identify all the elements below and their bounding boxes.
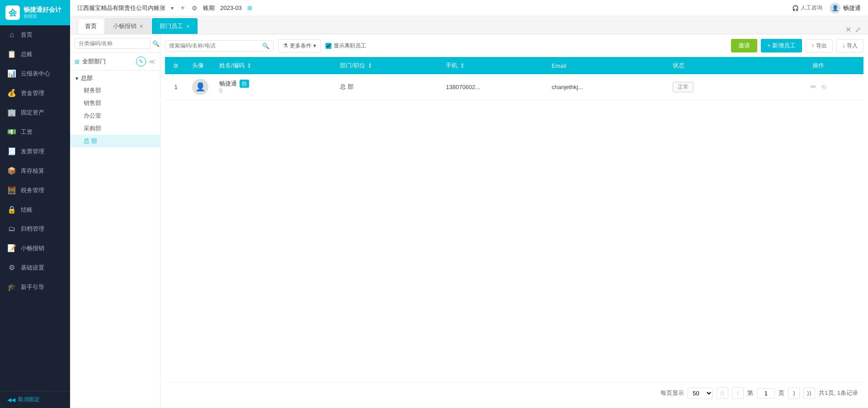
close-tab-icon[interactable]: ✕ (845, 25, 851, 34)
dept-collapse-icon[interactable]: ≪ (149, 58, 156, 65)
tabbar-actions: ✕ ⤢ (845, 25, 861, 34)
col-action: 操作 (773, 57, 863, 74)
page-unit: 页 (778, 389, 784, 397)
employee-table-wrap: ⚙ 头像 姓名/编码 ▲▼ 部门/职位 (165, 57, 863, 382)
logout-employee-button[interactable]: ⎋ (822, 83, 826, 90)
export-button[interactable]: ↑ 导出 (806, 39, 833, 52)
page-prev-button[interactable]: ⟨ (732, 387, 744, 399)
sidebar-item-ledger[interactable]: 📋总账 (0, 44, 70, 64)
period-label: 账期 (203, 4, 215, 12)
tab-employees-close[interactable]: ✕ (186, 24, 190, 29)
tab-expense[interactable]: 小畅报销 ✕ (105, 18, 151, 34)
invite-button[interactable]: 邀请 (731, 39, 757, 52)
archive-icon: 🗂 (7, 225, 16, 233)
sidebar-item-payroll[interactable]: 💵工资 (0, 122, 70, 142)
tabbar: 首页 小畅报销 ✕ 部门员工 ✕ ✕ ⤢ (70, 16, 868, 34)
filter-more-button[interactable]: ⚗ 更多条件 ▾ (278, 39, 321, 52)
page-total: 共1页, 1条记录 (819, 389, 858, 397)
dept-child-purchase[interactable]: 采购部 (70, 122, 160, 135)
page-input[interactable] (757, 388, 775, 399)
sidebar-item-funds[interactable]: 💰资金管理 (0, 83, 70, 103)
col-name[interactable]: 姓名/编码 ▲▼ (214, 57, 335, 74)
dept-group-arrow: ▼ (75, 76, 79, 81)
invoice-icon: 🧾 (7, 147, 16, 156)
user-menu[interactable]: 👤 畅捷通 (830, 3, 861, 14)
sidebar-item-settings[interactable]: ⚙基础设置 (0, 258, 70, 277)
payroll-icon: 💵 (7, 128, 16, 136)
headset-icon: 🎧 (792, 5, 799, 11)
dept-search-input[interactable] (75, 38, 151, 49)
content-area: 🔍 ⊞ 全部部门 ✎ ≪ ▼ 总部 财务部 销售部 办公室 采购部 总 部 (70, 34, 868, 408)
support-button[interactable]: 🎧 人工咨询 (792, 4, 822, 12)
sidebar-item-invoice[interactable]: 🧾发票管理 (0, 142, 70, 161)
expense-icon: 📝 (7, 244, 16, 252)
tab-expense-close[interactable]: ✕ (139, 24, 143, 29)
edit-employee-button[interactable]: ✏ (811, 83, 816, 90)
topbar: 江西服宝精品有限责任公司内账张 ▾ ＋ ⚙ 账期 2023-03 ⊞ 🎧 人工咨… (70, 0, 868, 16)
sidebar-item-expense[interactable]: 📝小畅报销 (0, 238, 70, 258)
page-label: 第 (747, 389, 753, 397)
col-phone[interactable]: 手机 ▲▼ (440, 57, 546, 74)
add-company-button[interactable]: ＋ (179, 3, 186, 13)
page-size-label: 每页显示 (660, 389, 684, 397)
show-resigned-checkbox[interactable]: 显示离职员工 (326, 42, 366, 50)
sidebar-item-home[interactable]: ⌂首页 (0, 25, 70, 44)
employee-search-input[interactable] (169, 43, 262, 49)
dept-child-sales[interactable]: 销售部 (70, 97, 160, 109)
period-value: 2023-03 (220, 5, 242, 11)
dept-edit-button[interactable]: ✎ (136, 57, 146, 66)
closing-icon: 🔒 (7, 205, 16, 214)
logo-icon: 会 (5, 5, 20, 20)
inventory-icon: 📦 (7, 166, 16, 175)
toolbar-right: 邀请 + 新增员工 ↑ 导出 ↓ 导入 (731, 39, 863, 52)
col-settings[interactable]: ⚙ (165, 57, 187, 74)
sidebar-item-archive[interactable]: 🗂归档管理 (0, 219, 70, 238)
dept-search-box: 🔍 (70, 34, 160, 53)
import-button[interactable]: ↓ 导入 (836, 39, 863, 52)
col-dept[interactable]: 部门/职位 ▲▼ (335, 57, 440, 74)
col-email: Email (546, 57, 667, 74)
cell-email: chanjethkj... (546, 74, 667, 100)
settings-icon: ⚙ (7, 263, 16, 272)
employee-code: 0 (219, 88, 329, 94)
employee-search-icon[interactable]: 🔍 (262, 43, 269, 49)
dept-child-general[interactable]: 总 部 (70, 135, 160, 147)
add-employee-button[interactable]: + 新增员工 (761, 39, 802, 52)
cell-phone: 138070602... (440, 74, 546, 100)
page-last-button[interactable]: ⟩⟩ (803, 387, 815, 399)
expand-tab-icon[interactable]: ⤢ (855, 25, 861, 34)
sidebar-footer-unpin[interactable]: ◀◀ 取消固定 (0, 391, 70, 408)
sidebar-item-inventory[interactable]: 📦库存核算 (0, 161, 70, 180)
page-first-button[interactable]: ⟨⟨ (717, 387, 728, 399)
dept-tree: ▼ 总部 财务部 销售部 办公室 采购部 总 部 (70, 71, 160, 408)
show-resigned-input[interactable] (326, 43, 331, 49)
dept-child-office[interactable]: 办公室 (70, 109, 160, 122)
dept-group-root[interactable]: ▼ 总部 (70, 72, 160, 84)
sidebar-item-tax[interactable]: 🧮税务管理 (0, 180, 70, 200)
sidebar-item-guide[interactable]: 🎓新手引导 (0, 277, 70, 297)
sidebar-item-closing[interactable]: 🔒结账 (0, 200, 70, 219)
settings-icon[interactable]: ⚙ (192, 5, 198, 12)
calendar-icon[interactable]: ⊞ (247, 5, 252, 11)
cell-avatar: 👤 (187, 74, 214, 100)
topbar-right: 🎧 人工咨询 👤 畅捷通 (792, 3, 861, 14)
company-name: 江西服宝精品有限责任公司内账张 (77, 4, 165, 12)
sidebar-item-assets[interactable]: 🏢固定资产 (0, 103, 70, 122)
sidebar-item-reports[interactable]: 📊云报表中心 (0, 64, 70, 83)
employee-panel: 🔍 ⚗ 更多条件 ▾ 显示离职员工 邀请 + 新增员工 ↑ 导出 (160, 34, 868, 408)
filter-icon: ⚗ (283, 43, 288, 49)
tab-home-label: 首页 (85, 22, 97, 30)
home-icon: ⌂ (7, 31, 16, 39)
funds-icon: 💰 (7, 89, 16, 97)
employee-table: ⚙ 头像 姓名/编码 ▲▼ 部门/职位 (165, 57, 863, 100)
page-size-select[interactable]: 50 10 20 100 (688, 388, 713, 399)
page-next-button[interactable]: ⟩ (788, 387, 800, 399)
main-area: 江西服宝精品有限责任公司内账张 ▾ ＋ ⚙ 账期 2023-03 ⊞ 🎧 人工咨… (70, 0, 868, 408)
tab-home[interactable]: 首页 (77, 18, 104, 34)
company-dropdown-icon[interactable]: ▾ (171, 5, 174, 11)
logo-text: 畅捷通好会计 旗舰版 (24, 6, 61, 20)
dept-search-icon[interactable]: 🔍 (152, 40, 160, 47)
tab-employees[interactable]: 部门员工 ✕ (152, 18, 198, 34)
dept-child-finance[interactable]: 财务部 (70, 84, 160, 97)
tab-employees-label: 部门员工 (160, 22, 183, 30)
